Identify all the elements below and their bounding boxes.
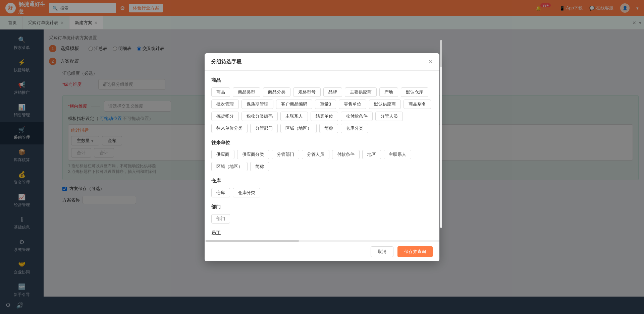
field-tag-warehouse[interactable]: 仓库	[211, 188, 230, 197]
field-tag-partner-manager[interactable]: 分管人员	[302, 150, 329, 159]
field-tag-pay-terms[interactable]: 付款条件	[332, 150, 360, 159]
field-tag-goods[interactable]: 商品	[211, 87, 230, 97]
confirm-button[interactable]: 保存并查询	[397, 246, 433, 257]
section-employee-title: 员工	[211, 230, 433, 236]
field-tag-warehouse-cat[interactable]: 仓库分类	[341, 124, 368, 133]
field-tag-department[interactable]: 部门	[211, 214, 230, 224]
field-tag-customer-code[interactable]: 客户商品编码	[276, 100, 312, 109]
section-goods: 商品 商品 商品类型 商品分类 规格型号 品牌 主要供应商 产地 默认仓库 批次…	[211, 77, 433, 133]
field-tag-area[interactable]: 地区	[362, 150, 381, 159]
field-tag-shelf-life[interactable]: 保质期管理	[241, 100, 273, 109]
field-tag-default-supplier[interactable]: 默认供应商	[369, 100, 401, 109]
modal-header: 分组待选字段 ✕	[205, 53, 439, 71]
cancel-button[interactable]: 取消	[371, 246, 393, 257]
field-tag-partner-category[interactable]: 往来单位分类	[211, 124, 248, 133]
field-tag-origin[interactable]: 产地	[379, 87, 398, 97]
field-tag-spec[interactable]: 规格型号	[293, 87, 321, 97]
field-tag-goods-alias[interactable]: 商品别名	[404, 100, 431, 109]
section-employee: 员工 业务员	[211, 230, 433, 240]
field-tag-goods-category[interactable]: 商品分类	[263, 87, 290, 97]
field-tag-tax-code[interactable]: 税收分类编码	[241, 112, 278, 121]
field-tag-short-name[interactable]: 简称	[319, 124, 338, 133]
field-tag-manager[interactable]: 分管人员	[375, 112, 403, 121]
section-department-title: 部门	[211, 204, 433, 210]
section-department: 部门 部门	[211, 204, 433, 224]
field-tag-wh-category[interactable]: 仓库分类	[233, 188, 260, 197]
modal-body: 商品 商品 商品类型 商品分类 规格型号 品牌 主要供应商 产地 默认仓库 批次…	[205, 71, 439, 240]
field-tag-partner-region[interactable]: 区域（地区）	[211, 162, 248, 171]
section-warehouse-title: 仓库	[211, 178, 433, 184]
modal: 分组待选字段 ✕ 商品 商品 商品类型 商品分类 规格型号 品牌 主要供应商 产…	[205, 53, 439, 261]
modal-title: 分组待选字段	[211, 59, 241, 65]
section-warehouse: 仓库 仓库 仓库分类	[211, 178, 433, 197]
modal-close-btn[interactable]: ✕	[428, 59, 433, 65]
field-tag-main-supplier[interactable]: 主要供应商	[345, 87, 377, 97]
field-tag-region[interactable]: 区域（地区）	[280, 124, 317, 133]
field-tag-goods-type[interactable]: 商品类型	[233, 87, 260, 97]
field-tag-dept[interactable]: 分管部门	[250, 124, 278, 133]
section-goods-title: 商品	[211, 77, 433, 83]
field-tag-retail-unit[interactable]: 零售单位	[339, 100, 366, 109]
field-tag-weight[interactable]: 重量3	[315, 100, 336, 109]
field-tag-partner-contact[interactable]: 主联系人	[384, 150, 411, 159]
field-tag-batch[interactable]: 批次管理	[211, 100, 239, 109]
field-tag-supplier[interactable]: 供应商	[211, 150, 234, 159]
section-partner-fields: 供应商 供应商分类 分管部门 分管人员 付款条件 地区 主联系人 区域（地区） …	[211, 150, 433, 171]
modal-overlay: 分组待选字段 ✕ 商品 商品 商品类型 商品分类 规格型号 品牌 主要供应商 产…	[0, 0, 644, 314]
modal-vscrollbar-thumb	[440, 40, 442, 67]
modal-footer: 取消 保存并查询	[205, 242, 439, 261]
field-tag-partner-short[interactable]: 简称	[250, 162, 269, 171]
section-department-fields: 部门	[211, 214, 433, 224]
field-tag-supplier-cat[interactable]: 供应商分类	[237, 150, 269, 159]
section-warehouse-fields: 仓库 仓库分类	[211, 188, 433, 197]
field-tag-default-warehouse[interactable]: 默认仓库	[401, 87, 428, 97]
field-tag-brand[interactable]: 品牌	[323, 87, 342, 97]
section-goods-fields: 商品 商品类型 商品分类 规格型号 品牌 主要供应商 产地 默认仓库 批次管理 …	[211, 87, 433, 133]
field-tag-pick-points[interactable]: 拣货积分	[211, 112, 239, 121]
section-partner: 往来单位 供应商 供应商分类 分管部门 分管人员 付款条件 地区 主联系人 区域…	[211, 140, 433, 171]
section-partner-title: 往来单位	[211, 140, 433, 146]
field-tag-settlement-unit[interactable]: 结算单位	[311, 112, 338, 121]
field-tag-partner-dept[interactable]: 分管部门	[272, 150, 299, 159]
field-tag-payment-terms[interactable]: 收付款条件	[341, 112, 373, 121]
modal-vscrollbar-track	[440, 40, 442, 228]
field-tag-main-contact[interactable]: 主联系人	[280, 112, 308, 121]
